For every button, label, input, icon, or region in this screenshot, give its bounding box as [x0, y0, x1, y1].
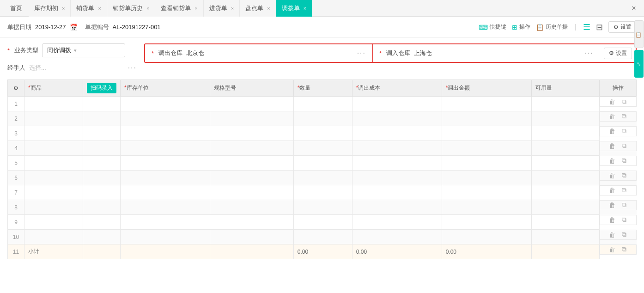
cell-goods[interactable]: [24, 156, 83, 171]
notes-panel-btn[interactable]: 📋: [634, 20, 644, 48]
business-type-select[interactable]: 同价调拨 ▾: [42, 43, 125, 57]
tab-sales-order[interactable]: 销货单 ×: [71, 0, 107, 17]
handler-more-btn[interactable]: ···: [128, 64, 137, 72]
delete-icon[interactable]: 🗑: [608, 245, 617, 254]
transfer-in-more-btn[interactable]: ···: [585, 49, 594, 57]
cell-amount[interactable]: [442, 141, 531, 156]
tab-home[interactable]: 首页: [4, 0, 29, 17]
expand-panel-btn[interactable]: ⤢: [634, 50, 644, 78]
delete-icon[interactable]: 🗑: [608, 171, 617, 180]
cell-spec[interactable]: [210, 230, 293, 244]
tab-view-sales[interactable]: 查看销货单 ×: [155, 0, 203, 17]
cell-spec[interactable]: [210, 171, 293, 185]
cell-goods[interactable]: [24, 185, 83, 200]
cell-unit[interactable]: [121, 156, 210, 171]
cell-spec[interactable]: [210, 185, 293, 200]
cell-spec[interactable]: [210, 200, 293, 215]
tab-close-icon[interactable]: ×: [267, 6, 270, 11]
cell-goods[interactable]: [24, 97, 83, 111]
tab-sales-history[interactable]: 销货单历史 ×: [107, 0, 155, 17]
copy-icon[interactable]: ⧉: [620, 201, 629, 210]
tab-inventory-init[interactable]: 库存期初 ×: [29, 0, 71, 17]
cell-unit[interactable]: [121, 111, 210, 126]
delete-icon[interactable]: 🗑: [608, 156, 617, 165]
cell-amount[interactable]: [442, 200, 531, 215]
cell-qty[interactable]: [293, 185, 352, 200]
cell-spec[interactable]: [210, 111, 293, 126]
cell-unit[interactable]: [121, 185, 210, 200]
copy-icon[interactable]: ⧉: [620, 186, 629, 195]
tab-close-icon[interactable]: ×: [194, 6, 197, 11]
cell-cost[interactable]: [352, 171, 442, 185]
calendar-icon[interactable]: 📅: [70, 24, 78, 31]
delete-icon[interactable]: 🗑: [608, 186, 617, 195]
scan-button[interactable]: 扫码录入: [87, 83, 116, 93]
tab-close-icon[interactable]: ×: [98, 6, 101, 11]
tab-close-icon[interactable]: ×: [231, 6, 234, 11]
layout-list-btn[interactable]: ☰: [583, 22, 590, 32]
tab-close-icon[interactable]: ×: [146, 6, 149, 11]
cell-spec[interactable]: [210, 97, 293, 111]
cell-cost[interactable]: [352, 185, 442, 200]
cell-amount[interactable]: [442, 156, 531, 171]
cell-goods[interactable]: [24, 111, 83, 126]
cell-unit[interactable]: [121, 97, 210, 111]
tab-close-icon[interactable]: ×: [62, 6, 65, 11]
delete-icon[interactable]: 🗑: [608, 215, 617, 225]
cell-cost[interactable]: [352, 97, 442, 111]
copy-icon[interactable]: ⧉: [620, 171, 629, 180]
copy-icon[interactable]: ⧉: [620, 97, 629, 106]
copy-icon[interactable]: ⧉: [620, 127, 629, 136]
copy-icon[interactable]: ⧉: [620, 245, 629, 254]
cell-amount[interactable]: [442, 185, 531, 200]
cell-spec[interactable]: [210, 215, 293, 230]
cell-qty[interactable]: [293, 141, 352, 156]
cell-unit[interactable]: [121, 141, 210, 156]
cell-goods[interactable]: [24, 126, 83, 141]
cell-qty[interactable]: [293, 215, 352, 230]
cell-cost[interactable]: [352, 141, 442, 156]
cell-spec[interactable]: [210, 141, 293, 156]
transfer-settings-button[interactable]: ⚙ 设置: [604, 48, 632, 59]
copy-icon[interactable]: ⧉: [620, 156, 629, 165]
cell-unit[interactable]: [121, 200, 210, 215]
delete-icon[interactable]: 🗑: [608, 230, 617, 239]
delete-icon[interactable]: 🗑: [608, 141, 617, 151]
cell-amount[interactable]: [442, 111, 531, 126]
settings-button[interactable]: ⚙ 设置: [608, 21, 637, 33]
delete-icon[interactable]: 🗑: [608, 112, 617, 121]
cell-qty[interactable]: [293, 200, 352, 215]
cell-goods[interactable]: [24, 141, 83, 156]
cell-amount[interactable]: [442, 126, 531, 141]
operations-action[interactable]: ⊞ 操作: [512, 23, 530, 31]
cell-cost[interactable]: [352, 230, 442, 244]
cell-unit[interactable]: [121, 215, 210, 230]
cell-goods[interactable]: [24, 200, 83, 215]
layout-grid-btn[interactable]: ⊟: [596, 22, 603, 32]
copy-icon[interactable]: ⧉: [620, 141, 629, 151]
cell-amount[interactable]: [442, 215, 531, 230]
delete-icon[interactable]: 🗑: [608, 97, 617, 106]
tab-inventory-check[interactable]: 盘点单 ×: [240, 0, 276, 17]
col-gear[interactable]: ⚙: [8, 80, 24, 97]
cell-cost[interactable]: [352, 111, 442, 126]
tab-close-icon[interactable]: ×: [304, 6, 306, 11]
handler-select[interactable]: 选择...: [29, 64, 124, 72]
delete-icon[interactable]: 🗑: [608, 127, 617, 136]
cell-qty[interactable]: [293, 97, 352, 111]
cell-spec[interactable]: [210, 156, 293, 171]
cell-cost[interactable]: [352, 156, 442, 171]
cell-qty[interactable]: [293, 156, 352, 171]
cell-unit[interactable]: [121, 230, 210, 244]
cell-spec[interactable]: [210, 126, 293, 141]
delete-icon[interactable]: 🗑: [608, 201, 617, 210]
close-all-tabs-button[interactable]: ×: [627, 2, 640, 15]
cell-qty[interactable]: [293, 230, 352, 244]
cell-qty[interactable]: [293, 171, 352, 185]
cell-goods[interactable]: [24, 171, 83, 185]
cell-cost[interactable]: [352, 200, 442, 215]
cell-qty[interactable]: [293, 111, 352, 126]
tab-purchase[interactable]: 进货单 ×: [204, 0, 240, 17]
cell-cost[interactable]: [352, 215, 442, 230]
tab-transfer[interactable]: 调拨单 ×: [276, 0, 312, 17]
